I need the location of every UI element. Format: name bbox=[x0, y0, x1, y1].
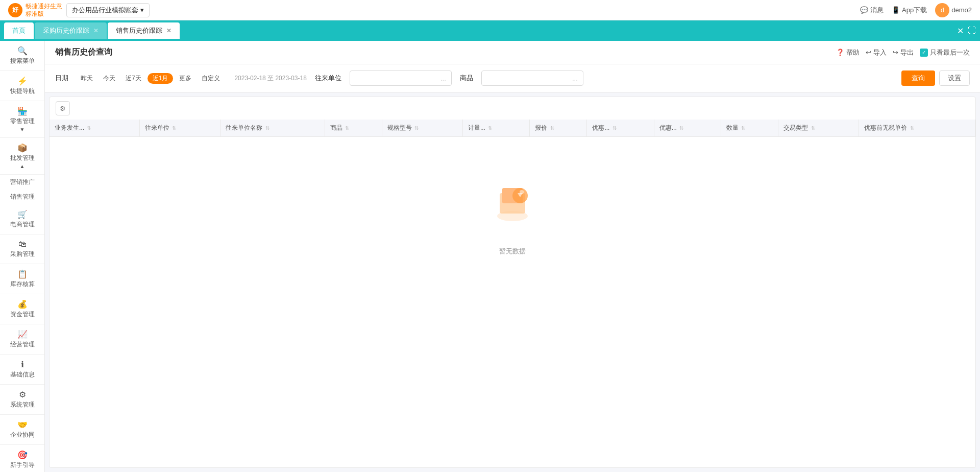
goods-input[interactable]: ... bbox=[481, 70, 583, 86]
sidebar-item-operation[interactable]: 📈 经营管理 bbox=[0, 324, 44, 355]
cart-icon: 🛒 bbox=[17, 209, 28, 219]
search-icon: 🔍 bbox=[17, 46, 28, 56]
date-btn-7days[interactable]: 近7天 bbox=[121, 73, 145, 84]
svg-point-4 bbox=[520, 190, 524, 194]
date-btn-yesterday[interactable]: 昨天 bbox=[77, 73, 97, 84]
handshake-icon: 🤝 bbox=[17, 420, 28, 430]
message-button[interactable]: 💬 消息 bbox=[860, 6, 884, 15]
sidebar-item-guide[interactable]: 🎯 新手引导 bbox=[0, 445, 44, 472]
sidebar-item-ecommerce[interactable]: 🛒 电商管理 bbox=[0, 204, 44, 234]
date-label: 日期 bbox=[55, 74, 68, 83]
sort-icon: ⇅ bbox=[550, 125, 554, 131]
content-area: 销售历史价查询 ❓ 帮助 ↩ 导入 ↪ 导出 ✓ 只看最后一次 bbox=[45, 41, 980, 472]
sidebar-item-purchase[interactable]: 🛍 采购管理 bbox=[0, 234, 44, 264]
page-title: 销售历史价查询 bbox=[55, 47, 112, 64]
sort-icon: ⇅ bbox=[265, 125, 270, 131]
sort-icon: ⇅ bbox=[87, 125, 91, 131]
th-pretax-price[interactable]: 优惠前无税单价 ⇅ bbox=[859, 120, 975, 137]
goods-dots: ... bbox=[572, 75, 578, 82]
sidebar-item-retail[interactable]: 🏪 零售管理 ▼ bbox=[0, 101, 44, 138]
th-trade-type[interactable]: 交易类型 ⇅ bbox=[778, 120, 859, 137]
target-icon: 🎯 bbox=[17, 450, 28, 460]
date-btn-today[interactable]: 今天 bbox=[99, 73, 119, 84]
tab-sales[interactable]: 销售历史价跟踪 ✕ bbox=[108, 22, 180, 39]
sort-icon: ⇅ bbox=[612, 125, 617, 131]
tab-sales-close[interactable]: ✕ bbox=[166, 27, 172, 34]
page-actions: ❓ 帮助 ↩ 导入 ↪ 导出 ✓ 只看最后一次 bbox=[836, 48, 970, 63]
import-icon: ↩ bbox=[866, 49, 871, 56]
empty-svg bbox=[487, 178, 538, 229]
th-unit[interactable]: 计量... ⇅ bbox=[462, 120, 529, 137]
partner-input[interactable]: ... bbox=[350, 70, 452, 86]
chevron-down-icon: ▾ bbox=[140, 6, 144, 14]
company-selector[interactable]: 办公用品行业模拟账套 ▾ bbox=[66, 3, 150, 17]
sort-icon: ⇅ bbox=[741, 125, 745, 131]
sidebar-item-shortcut[interactable]: ⚡ 快捷导航 bbox=[0, 71, 44, 101]
help-icon: ❓ bbox=[836, 49, 844, 56]
column-settings-icon[interactable]: ⚙ bbox=[56, 101, 70, 115]
sidebar-item-finance[interactable]: 💰 资金管理 bbox=[0, 294, 44, 324]
sidebar-sub-sales[interactable]: 销售管理 bbox=[0, 190, 44, 204]
empty-state: 暂无数据 bbox=[50, 137, 975, 297]
chevron-down-icon: ▼ bbox=[20, 127, 25, 132]
th-business-date[interactable]: 业务发生... ⇅ bbox=[50, 120, 140, 137]
store-icon: 🏪 bbox=[17, 106, 28, 116]
date-btn-more[interactable]: 更多 bbox=[175, 73, 195, 84]
th-discount2[interactable]: 优惠... ⇅ bbox=[654, 120, 721, 137]
th-goods[interactable]: 商品 ⇅ bbox=[325, 120, 382, 137]
data-table: 业务发生... ⇅ 往来单位 ⇅ 往来单位名称 ⇅ 商品 bbox=[50, 120, 975, 137]
tab-home[interactable]: 首页 bbox=[4, 22, 34, 39]
setting-button[interactable]: 设置 bbox=[939, 70, 970, 86]
sort-icon: ⇅ bbox=[414, 125, 419, 131]
th-qty[interactable]: 数量 ⇅ bbox=[721, 120, 778, 137]
query-button[interactable]: 查询 bbox=[901, 70, 935, 86]
th-discount1[interactable]: 优惠... ⇅ bbox=[587, 120, 654, 137]
sidebar-item-inventory[interactable]: 📋 库存核算 bbox=[0, 264, 44, 294]
filter-area: 日期 昨天 今天 近7天 近1月 更多 自定义 2023-02-18 至 202… bbox=[45, 64, 980, 92]
date-range-display: 2023-02-18 至 2023-03-18 bbox=[234, 74, 306, 83]
export-icon: ↪ bbox=[893, 49, 898, 56]
sidebar: 🔍 搜索菜单 ⚡ 快捷导航 🏪 零售管理 ▼ 📦 批发管理 ▲ 营销推广 销售管… bbox=[0, 41, 45, 472]
sort-icon: ⇅ bbox=[910, 125, 914, 131]
goods-label: 商品 bbox=[460, 74, 473, 83]
date-btn-custom[interactable]: 自定义 bbox=[198, 73, 224, 84]
date-btn-1month[interactable]: 近1月 bbox=[148, 73, 174, 84]
info-icon: ℹ bbox=[21, 360, 24, 369]
chart-icon: 📈 bbox=[17, 329, 28, 339]
user-menu[interactable]: d demo2 bbox=[935, 3, 972, 17]
th-partner-code[interactable]: 往来单位 ⇅ bbox=[140, 120, 220, 137]
tab-bar-controls: ✕ ⛶ bbox=[957, 26, 976, 36]
sidebar-item-enterprise[interactable]: 🤝 企业协同 bbox=[0, 415, 44, 445]
table-area: ⚙ 业务发生... ⇅ 往来单位 ⇅ 往来单位名称 bbox=[49, 97, 976, 468]
th-spec[interactable]: 规格型号 ⇅ bbox=[382, 120, 462, 137]
export-button[interactable]: ↪ 导出 bbox=[893, 48, 914, 57]
maximize-icon[interactable]: ⛶ bbox=[968, 26, 976, 35]
th-partner-name[interactable]: 往来单位名称 ⇅ bbox=[220, 120, 325, 137]
sidebar-item-wholesale[interactable]: 📦 批发管理 ▲ bbox=[0, 138, 44, 175]
th-quote[interactable]: 报价 ⇅ bbox=[530, 120, 587, 137]
import-button[interactable]: ↩ 导入 bbox=[866, 48, 887, 57]
sidebar-sub-marketing[interactable]: 营销推广 bbox=[0, 175, 44, 190]
table-toolbar: ⚙ bbox=[50, 97, 975, 120]
app-download-button[interactable]: 📱 App下载 bbox=[892, 6, 927, 15]
sidebar-item-search[interactable]: 🔍 搜索菜单 bbox=[0, 41, 44, 71]
sidebar-item-basic[interactable]: ℹ 基础信息 bbox=[0, 355, 44, 385]
chevron-up-icon: ▲ bbox=[20, 163, 25, 169]
close-window-icon[interactable]: ✕ bbox=[957, 26, 964, 36]
empty-illustration bbox=[487, 178, 538, 239]
clipboard-icon: 📋 bbox=[17, 269, 28, 279]
box-icon: 📦 bbox=[17, 143, 28, 153]
top-header: 好 畅捷通好生意 标准版 办公用品行业模拟账套 ▾ 💬 消息 📱 App下载 d… bbox=[0, 0, 980, 20]
sort-icon: ⇅ bbox=[811, 125, 815, 131]
table-header-row: 业务发生... ⇅ 往来单位 ⇅ 往来单位名称 ⇅ 商品 bbox=[50, 120, 975, 137]
tab-purchase-close[interactable]: ✕ bbox=[93, 27, 99, 34]
filter-buttons: 查询 设置 bbox=[901, 70, 970, 86]
header-left: 好 畅捷通好生意 标准版 办公用品行业模拟账套 ▾ bbox=[8, 3, 150, 17]
avatar: d bbox=[935, 3, 949, 17]
shopping-icon: 🛍 bbox=[18, 240, 27, 249]
logo-text: 畅捷通好生意 标准版 bbox=[26, 3, 62, 17]
tab-purchase[interactable]: 采购历史价跟踪 ✕ bbox=[35, 22, 107, 39]
sidebar-item-system[interactable]: ⚙ 系统管理 bbox=[0, 385, 44, 415]
only-last-checkbox[interactable]: ✓ 只看最后一次 bbox=[920, 48, 970, 57]
help-button[interactable]: ❓ 帮助 bbox=[836, 48, 860, 57]
